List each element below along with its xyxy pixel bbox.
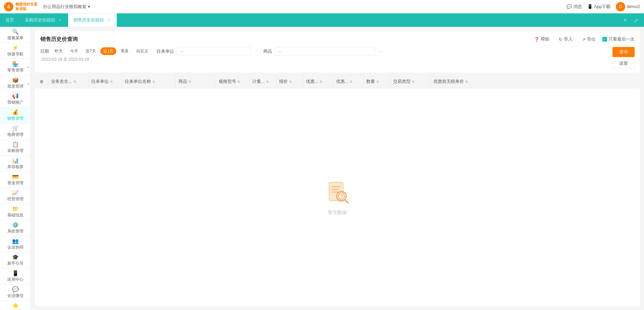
th-price[interactable]: 报价 ⇅ — [276, 75, 303, 88]
sort-icon: ⇅ — [266, 80, 269, 84]
finance-icon: 💳 — [12, 173, 19, 180]
sidebar-item-finance-mgmt[interactable]: 💳 资金管理 — [0, 172, 31, 188]
date-btn-today[interactable]: 今天 — [67, 47, 81, 55]
top-bar-left: 6 畅捷信好生意 标准版 办公用品行业模拟账套 ▾ — [4, 2, 93, 11]
collab-icon: 👥 — [12, 238, 19, 244]
th-trade-type[interactable]: 交易类型 ⇅ — [390, 75, 431, 88]
member-icon: ⭐ — [12, 302, 19, 309]
import-label: 导入 — [564, 36, 573, 42]
sidebar-item-sales-mgmt[interactable]: 💰 销售管理 — [0, 107, 31, 123]
th-product[interactable]: 商品 ⇅ — [176, 75, 216, 88]
sidebar-item-basic-info[interactable]: 📁 基础信息 — [0, 204, 31, 220]
sidebar-item-new-guide[interactable]: 🎓 新手引导 — [0, 252, 31, 268]
tab-purchase-history[interactable]: 采购历史价跟踪 × — [19, 13, 68, 27]
svg-line-6 — [345, 200, 348, 203]
th-partner-code[interactable]: 往来单位 ⇅ — [89, 75, 122, 88]
tab-sales-history[interactable]: 销售历史价跟踪 × — [68, 13, 117, 27]
th-discount2[interactable]: 优惠... ⇅ — [333, 75, 364, 88]
sort-icon: ⇅ — [465, 80, 468, 84]
only-last-label: 只看最后一次 — [608, 36, 635, 42]
user-menu[interactable]: D demo2 — [616, 2, 640, 11]
sidebar-item-operations-mgmt[interactable]: 📈 经营管理 — [0, 188, 31, 204]
sidebar-item-wholesale-mgmt[interactable]: 📦 批发管理 ▴ — [0, 75, 31, 91]
sidebar-item-system-mgmt[interactable]: ⚙️ 系统管理 — [0, 220, 31, 236]
th-discount1[interactable]: 优惠... ⇅ — [303, 75, 333, 88]
partner-input-clear[interactable]: ··· — [255, 49, 258, 54]
help-icon: ❓ — [534, 37, 539, 42]
sort-icon: ⇅ — [73, 80, 76, 84]
partner-input[interactable] — [177, 47, 251, 55]
query-panel: 销售历史价查询 ❓ 帮助 ↻ 导入 ↗ 导出 — [35, 31, 640, 72]
sidebar-item-quick-nav[interactable]: ⚡ 快捷导航 — [0, 43, 31, 59]
export-button[interactable]: ↗ 导出 — [579, 35, 598, 44]
product-input[interactable] — [275, 47, 375, 55]
main-layout: 🔍 搜索菜单 ⚡ 快捷导航 🏪 零售管理 ▾ 📦 批发管理 ▴ 📢 营销推广 💰… — [0, 27, 644, 310]
only-last-checkbox[interactable]: ✓ — [602, 37, 607, 42]
search-button[interactable]: 查询 — [612, 47, 635, 57]
import-button[interactable]: ↻ 导入 — [556, 35, 575, 44]
date-btn-last1month[interactable]: 近1月 — [100, 47, 117, 55]
th-trade-type-label: 交易类型 — [393, 79, 411, 85]
chevron-up-icon: ▴ — [28, 81, 29, 85]
sort-icon: ⇅ — [152, 80, 155, 84]
export-icon: ↗ — [582, 37, 586, 42]
column-settings-icon: ⚙ — [40, 79, 44, 84]
basic-info-icon: 📁 — [12, 206, 19, 212]
sidebar-item-basic-info-label: 基础信息 — [7, 213, 23, 218]
sidebar-item-marketing[interactable]: 📢 营销推广 — [0, 91, 31, 107]
message-button[interactable]: 💬 消息 — [567, 4, 582, 10]
download-icon: 📱 — [587, 4, 593, 9]
settings-button[interactable]: 设置 — [612, 58, 635, 68]
expand-button[interactable]: ⤢ — [632, 16, 640, 24]
date-btn-more[interactable]: 更多 — [118, 47, 132, 55]
product-input-clear[interactable]: ··· — [379, 49, 383, 54]
th-partner-name[interactable]: 往来单位名称 ⇅ — [122, 75, 176, 88]
tab-sales-history-close[interactable]: × — [106, 17, 111, 23]
logo-text: 畅捷信好生意 标准版 — [15, 2, 38, 11]
guide-icon: 🎓 — [12, 254, 19, 260]
close-all-tabs-button[interactable]: × — [621, 16, 629, 24]
sidebar-item-purchase-mgmt-label: 采购管理 — [7, 148, 23, 154]
sidebar-item-inventory-label: 库存核算 — [7, 164, 23, 170]
th-qty[interactable]: 数量 ⇅ — [364, 75, 390, 88]
sidebar-item-search-menu[interactable]: 🔍 搜索菜单 — [0, 27, 31, 43]
sidebar-item-enterprise-wechat[interactable]: 💬 企业微信 — [0, 285, 31, 301]
sidebar-item-enterprise-collab[interactable]: 👥 企业协同 — [0, 236, 31, 252]
app-selector[interactable]: 办公用品行业模拟账套 ▾ — [40, 2, 93, 11]
wholesale-icon: 📦 — [12, 77, 19, 83]
tab-bar-actions: × ⤢ — [621, 16, 644, 24]
sidebar-item-system-mgmt-label: 系统管理 — [7, 229, 23, 234]
th-settings[interactable]: ⚙ — [35, 76, 48, 88]
sidebar-item-member[interactable]: ⭐ 畅会员 — [0, 301, 31, 310]
empty-state: ? 暂无数据 — [35, 88, 640, 306]
only-last-wrapper[interactable]: ✓ 只看最后一次 — [602, 36, 635, 42]
tab-bar: 首页 采购历史价跟踪 × 销售历史价跟踪 × × ⤢ — [0, 13, 644, 27]
sidebar-item-retail-mgmt[interactable]: 🏪 零售管理 ▾ — [0, 59, 31, 75]
date-btn-yesterday[interactable]: 昨天 — [52, 47, 66, 55]
product-field: 商品 ··· — [263, 47, 383, 55]
date-range-text: 2023-02-18 至 2023-03-18 — [42, 57, 89, 62]
th-business-date[interactable]: 业务发生... ⇅ — [48, 75, 89, 88]
sidebar-item-inventory[interactable]: 📊 库存核算 — [0, 156, 31, 172]
help-button[interactable]: ❓ 帮助 — [531, 35, 552, 44]
sidebar-item-purchase-mgmt[interactable]: 📋 采购管理 — [0, 140, 31, 156]
th-unit[interactable]: 计量... ⇅ — [250, 75, 276, 88]
date-btn-custom[interactable]: 自定义 — [133, 47, 151, 55]
app-center-icon: 📱 — [12, 270, 19, 276]
table-header: ⚙ 业务发生... ⇅ 往来单位 ⇅ 往来单位名称 ⇅ — [35, 75, 640, 88]
sidebar-item-finance-mgmt-label: 资金管理 — [7, 180, 23, 186]
th-spec[interactable]: 规格型号 ⇅ — [216, 75, 250, 88]
date-range-display: 2023-02-18 至 2023-03-18 — [40, 57, 383, 62]
sidebar-item-ecommerce-mgmt[interactable]: 🛒 电商管理 — [0, 123, 31, 140]
sidebar-item-quick-nav-label: 快捷导航 — [7, 52, 23, 57]
th-price-label: 报价 — [279, 79, 288, 85]
page-title: 销售历史价查询 — [40, 36, 78, 43]
date-btn-last7days[interactable]: 近7天 — [83, 47, 99, 55]
logo-area: 6 畅捷信好生意 标准版 — [4, 2, 38, 11]
app-download-button[interactable]: 📱 App下载 — [587, 4, 610, 10]
th-pretax-price[interactable]: 优惠前无税单价 ⇅ — [431, 75, 640, 88]
sidebar-item-app-center[interactable]: 📱 应用中心 — [0, 268, 31, 285]
tab-home[interactable]: 首页 — [0, 13, 19, 27]
empty-state-text: 暂无数据 — [328, 210, 347, 216]
tab-purchase-history-close[interactable]: × — [57, 17, 63, 23]
